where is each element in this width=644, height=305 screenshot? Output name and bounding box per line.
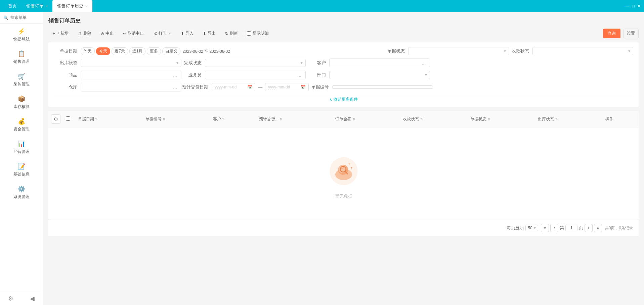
print-button[interactable]: 🖨 打印 ▼ xyxy=(150,29,175,38)
col-doc-date[interactable]: 单据日期 ⇅ xyxy=(75,111,143,127)
department-label: 部门 xyxy=(306,72,329,78)
payment-status-select[interactable]: ▾ xyxy=(532,47,633,55)
stop-label: 中止 xyxy=(105,31,114,36)
tab-home[interactable]: 首页 xyxy=(3,0,22,12)
page-next-button[interactable]: › xyxy=(585,224,593,232)
tab-sales-order[interactable]: 销售订单 × xyxy=(22,0,52,12)
calendar-to-icon[interactable]: 📅 xyxy=(301,85,306,89)
close-button[interactable]: ✕ xyxy=(637,4,641,8)
sidebar-item-sys-mgmt[interactable]: ⚙️ 系统管理 xyxy=(0,181,43,204)
date-custom-btn[interactable]: 自定义 xyxy=(162,47,180,55)
import-label: 导入 xyxy=(185,31,194,36)
sidebar-item-base-info[interactable]: 📝 基础信息 xyxy=(0,159,43,181)
warehouse-ellipsis[interactable]: ... xyxy=(172,84,178,90)
col-checkbox-header[interactable] xyxy=(63,111,75,127)
settings-button[interactable]: 设置 xyxy=(623,29,639,38)
page-last-button[interactable]: » xyxy=(594,224,602,232)
out-status-arrow: ▾ xyxy=(176,61,178,65)
import-button[interactable]: ⬆ 导入 xyxy=(177,29,197,38)
col-doc-date-label: 单据日期 xyxy=(78,117,94,121)
page-size-value: 50 xyxy=(528,226,532,230)
sidebar-item-business-mgmt[interactable]: 📊 经营管理 xyxy=(0,136,43,159)
page-first-button[interactable]: « xyxy=(541,224,549,232)
sidebar-item-inventory[interactable]: 📦 库存核算 xyxy=(0,91,43,114)
new-button[interactable]: ＋ + 新增 xyxy=(48,29,72,38)
col-order-amount[interactable]: 订单金额 ⇅ xyxy=(333,111,400,127)
salesperson-ellipsis[interactable]: ... xyxy=(296,72,303,78)
export-icon: ⬇ xyxy=(203,31,206,36)
goods-input[interactable]: ... xyxy=(81,71,181,79)
complete-status-label: 完成状态 xyxy=(181,60,205,66)
tab-sales-order-history-close[interactable]: × xyxy=(85,4,87,8)
collapse-row[interactable]: ∧ 收起更多条件 xyxy=(54,95,633,102)
sidebar-item-quick-nav[interactable]: ⚡ 快捷导航 xyxy=(0,24,43,46)
date-more-btn[interactable]: 更多 xyxy=(147,47,161,55)
tab-sales-order-close[interactable]: × xyxy=(46,4,48,8)
date-yesterday-btn[interactable]: 昨天 xyxy=(81,47,95,55)
query-button[interactable]: 查询 xyxy=(603,29,620,38)
sidebar-item-sys-mgmt-label: 系统管理 xyxy=(13,194,30,200)
col-doc-number-label: 单据编号 xyxy=(145,117,162,121)
delivery-date-to[interactable]: yyyy-mm-dd 📅 xyxy=(265,83,309,91)
sidebar-item-quick-nav-label: 快捷导航 xyxy=(13,36,30,42)
select-all-checkbox[interactable] xyxy=(66,116,70,121)
delivery-date-from[interactable]: yyyy-mm-dd 📅 xyxy=(212,83,255,91)
sidebar-bottom: ⚙ ◀ xyxy=(0,292,43,305)
col-doc-status-label: 单据状态 xyxy=(470,117,486,121)
top-bar: 首页 销售订单 × 销售订单历史 × — □ ✕ xyxy=(0,0,644,12)
cancel-stop-button[interactable]: ↩ 取消中止 xyxy=(120,29,147,38)
show-detail-checkbox[interactable] xyxy=(247,31,251,36)
sidebar-settings-icon[interactable]: ⚙ xyxy=(8,295,13,302)
complete-status-select[interactable]: ▾ xyxy=(205,59,306,67)
data-table: ⚙ 单据日期 ⇅ 单据编号 ⇅ xyxy=(48,111,639,220)
show-detail-checkbox-label[interactable]: 显示明细 xyxy=(247,31,269,36)
sidebar-search[interactable]: 🔍 搜索菜单 xyxy=(0,12,43,24)
calendar-from-icon[interactable]: 📅 xyxy=(247,85,252,89)
date-7days-btn[interactable]: 近7天 xyxy=(112,47,128,55)
goods-label: 商品 xyxy=(54,72,81,78)
page-prev-button[interactable]: ‹ xyxy=(550,224,558,232)
tab-sales-order-history[interactable]: 销售订单历史 × xyxy=(52,0,92,12)
refresh-button[interactable]: ↻ 刷新 xyxy=(222,29,241,38)
export-button[interactable]: ⬇ 导出 xyxy=(200,29,219,38)
doc-date-control: 昨天 今天 近7天 近1月 更多 自定义 2023-06-02 至 2023-0… xyxy=(81,47,385,55)
delete-button[interactable]: 🗑 删除 xyxy=(75,29,95,38)
col-out-status[interactable]: 出库状态 ⇅ xyxy=(535,111,603,127)
import-icon: ⬆ xyxy=(181,31,184,36)
col-delivery-date[interactable]: 预计交货... ⇅ xyxy=(256,111,333,127)
minimize-button[interactable]: — xyxy=(626,4,630,8)
table-settings-button[interactable]: ⚙ xyxy=(51,114,60,124)
sidebar-collapse-icon[interactable]: ◀ xyxy=(30,295,35,302)
date-1month-btn[interactable]: 近1月 xyxy=(129,47,146,55)
col-customer[interactable]: 客户 ⇅ xyxy=(210,111,256,127)
stop-button[interactable]: ⊘ 中止 xyxy=(97,29,117,38)
settings-label: 设置 xyxy=(627,31,635,36)
pagination: 每页显示 50 ▾ « ‹ 第 页 › » 共0页，0条记录 xyxy=(48,220,639,236)
sidebar-item-purchase-mgmt[interactable]: 🛒 采购管理 xyxy=(0,69,43,91)
out-status-select[interactable]: ▾ xyxy=(81,59,181,67)
page-size-box[interactable]: 50 ▾ xyxy=(525,225,538,231)
show-detail-label: 显示明细 xyxy=(253,31,269,36)
date-today-btn[interactable]: 今天 xyxy=(96,47,110,55)
sidebar-item-sales-mgmt[interactable]: 📋 销售管理 xyxy=(0,46,43,69)
page-size-select: 每页显示 50 ▾ xyxy=(507,225,538,231)
customer-input[interactable]: ... xyxy=(329,59,430,67)
col-payment-status[interactable]: 收款状态 ⇅ xyxy=(400,111,468,127)
doc-number-label: 单据编号 xyxy=(309,84,332,90)
goods-ellipsis[interactable]: ... xyxy=(172,72,178,78)
restore-button[interactable]: □ xyxy=(632,4,635,8)
refresh-label: 刷新 xyxy=(230,31,238,36)
page-input[interactable] xyxy=(565,225,577,231)
warehouse-input[interactable]: ... xyxy=(81,83,181,91)
department-select[interactable]: ▾ xyxy=(329,71,430,79)
doc-status-select[interactable]: ▾ xyxy=(408,47,509,55)
empty-state-row: 暂无数据 xyxy=(48,127,639,220)
doc-number-input[interactable] xyxy=(332,85,433,89)
customer-ellipsis[interactable]: ... xyxy=(420,60,427,66)
sidebar-item-finance[interactable]: 💰 资金管理 xyxy=(0,114,43,136)
col-doc-status[interactable]: 单据状态 ⇅ xyxy=(468,111,535,127)
col-doc-number[interactable]: 单据编号 ⇅ xyxy=(143,111,210,127)
business-mgmt-icon: 📊 xyxy=(18,140,25,148)
out-status-label: 出库状态 xyxy=(54,60,81,66)
salesperson-input[interactable]: ... xyxy=(205,71,306,79)
